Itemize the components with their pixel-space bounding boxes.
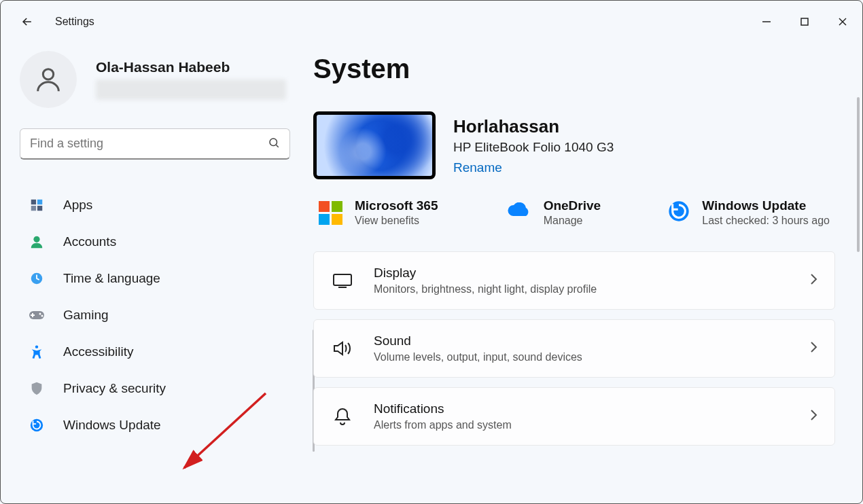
svg-rect-1: [801, 18, 808, 25]
settings-card-display[interactable]: Display Monitors, brightness, night ligh…: [313, 251, 835, 310]
svg-point-11: [33, 236, 39, 242]
status-subtitle: Last checked: 3 hours ago: [702, 215, 830, 227]
sidebar-item-time-language[interactable]: Time & language: [20, 260, 297, 297]
display-icon: [330, 272, 355, 289]
svg-rect-9: [31, 206, 36, 211]
update-icon: [668, 200, 690, 225]
minimize-button[interactable]: [759, 14, 774, 29]
settings-card-sound[interactable]: Sound Volume levels, output, input, soun…: [313, 319, 835, 378]
card-subtitle: Volume levels, output, input, sound devi…: [374, 351, 582, 363]
maximize-button[interactable]: [797, 14, 812, 29]
close-button[interactable]: [835, 14, 850, 29]
sidebar-item-gaming[interactable]: Gaming: [20, 297, 297, 334]
apps-icon: [28, 196, 46, 214]
status-title: OneDrive: [544, 198, 601, 213]
back-button[interactable]: [20, 14, 35, 29]
user-card[interactable]: Ola-Hassan Habeeb: [20, 51, 297, 108]
svg-point-16: [35, 345, 38, 348]
device-model: HP EliteBook Folio 1040 G3: [453, 140, 614, 155]
card-subtitle: Alerts from apps and system: [374, 419, 512, 431]
sidebar-item-label: Accessibility: [63, 344, 133, 359]
sidebar-nav: Apps Accounts Time & language Gaming: [20, 187, 297, 444]
clock-globe-icon: [28, 270, 46, 287]
search-icon: [268, 137, 280, 151]
page-title: System: [313, 54, 835, 84]
svg-rect-8: [37, 200, 42, 204]
sidebar-item-label: Gaming: [63, 308, 109, 323]
onedrive-icon: [506, 202, 531, 223]
sidebar-item-accounts[interactable]: Accounts: [20, 223, 297, 260]
status-subtitle: Manage: [544, 215, 601, 227]
shield-icon: [28, 380, 46, 397]
svg-point-4: [43, 69, 53, 79]
svg-point-15: [41, 315, 43, 317]
card-subtitle: Monitors, brightness, night light, displ…: [374, 283, 597, 295]
search-input[interactable]: [30, 137, 268, 151]
settings-card-notifications[interactable]: Notifications Alerts from apps and syste…: [313, 387, 835, 446]
status-onedrive[interactable]: OneDrive Manage: [500, 194, 606, 231]
titlebar: Settings: [1, 1, 862, 37]
sidebar-item-privacy[interactable]: Privacy & security: [20, 370, 297, 407]
sidebar-item-label: Apps: [63, 198, 92, 213]
sidebar-item-accessibility[interactable]: Accessibility: [20, 334, 297, 370]
chevron-right-icon: [809, 340, 818, 357]
sidebar-item-windows-update[interactable]: Windows Update: [20, 407, 297, 444]
status-title: Windows Update: [702, 198, 830, 213]
sidebar-item-apps[interactable]: Apps: [20, 187, 297, 223]
rename-link[interactable]: Rename: [453, 160, 614, 175]
card-title: Display: [374, 266, 597, 281]
main-content: System Horlahassan HP EliteBook Folio 10…: [313, 37, 862, 503]
svg-point-14: [39, 313, 41, 315]
accessibility-icon: [28, 343, 46, 361]
svg-rect-19: [334, 274, 351, 285]
app-title: Settings: [55, 16, 94, 28]
bell-icon: [330, 407, 355, 426]
card-title: Sound: [374, 334, 582, 348]
svg-rect-10: [37, 206, 42, 211]
user-name: Ola-Hassan Habeeb: [96, 59, 286, 75]
user-email-redacted: [96, 79, 286, 100]
accounts-icon: [28, 233, 46, 251]
sidebar-item-label: Accounts: [63, 234, 116, 249]
status-windows-update[interactable]: Windows Update Last checked: 3 hours ago: [663, 194, 835, 231]
chevron-right-icon: [809, 272, 818, 289]
gaming-icon: [28, 306, 46, 324]
search-input-wrap[interactable]: [20, 128, 290, 160]
device-summary: Horlahassan HP EliteBook Folio 1040 G3 R…: [313, 111, 835, 179]
microsoft-logo-icon: [319, 201, 342, 225]
device-name: Horlahassan: [453, 116, 614, 137]
update-icon: [28, 416, 46, 434]
svg-rect-7: [31, 200, 36, 204]
avatar: [20, 51, 77, 108]
sidebar-item-label: Privacy & security: [63, 381, 166, 396]
card-title: Notifications: [374, 401, 512, 416]
status-microsoft365[interactable]: Microsoft 365 View benefits: [313, 194, 443, 231]
sound-icon: [330, 340, 355, 357]
status-title: Microsoft 365: [355, 198, 438, 213]
main-scrollbar[interactable]: [857, 97, 860, 252]
sidebar: Ola-Hassan Habeeb Apps Accounts: [1, 37, 313, 503]
svg-line-6: [276, 145, 278, 147]
svg-point-5: [270, 139, 277, 146]
device-wallpaper-thumb[interactable]: [313, 111, 436, 179]
sidebar-item-label: Time & language: [63, 271, 160, 286]
sidebar-item-label: Windows Update: [63, 418, 161, 433]
chevron-right-icon: [809, 408, 818, 425]
status-subtitle: View benefits: [355, 215, 438, 227]
